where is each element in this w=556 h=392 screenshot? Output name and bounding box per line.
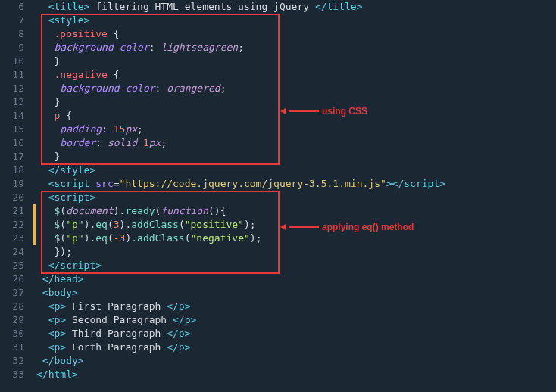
code-line[interactable]: 11 .negative { [0, 68, 556, 82]
line-number: 29 [0, 313, 36, 327]
code-line[interactable]: 27 <body> [0, 286, 556, 300]
code-content[interactable]: border: solid 1px; [36, 136, 167, 150]
code-content[interactable]: }); [36, 245, 72, 259]
code-content[interactable]: <p> Second Paragraph </p> [36, 313, 196, 327]
code-line[interactable]: 30 <p> Third Paragraph </p> [0, 327, 556, 341]
code-line[interactable]: 13 } [0, 95, 556, 109]
modified-indicator [33, 204, 36, 245]
code-line[interactable]: 19 <script src="https://code.jquery.com/… [0, 177, 556, 191]
code-editor[interactable]: 6 <title> filtering HTML elements using … [0, 0, 556, 381]
code-content[interactable]: <body> [36, 286, 78, 300]
code-line[interactable]: 23 $("p").eq(-3).addClass("negative"); [0, 232, 556, 245]
code-line[interactable]: 25 </script> [0, 259, 556, 272]
line-number: 21 [0, 204, 36, 218]
line-number: 19 [0, 177, 36, 191]
code-line[interactable]: 12 background-color: orangered; [0, 82, 556, 95]
line-number: 12 [0, 82, 36, 95]
line-number: 24 [0, 245, 36, 259]
code-line[interactable]: 8 .positive { [0, 27, 556, 41]
line-number: 13 [0, 95, 36, 109]
code-line[interactable]: 22 $("p").eq(3).addClass("positive"); [0, 218, 556, 232]
code-content[interactable]: background-color: orangered; [36, 82, 226, 95]
code-content[interactable]: </body> [36, 354, 84, 368]
line-number: 31 [0, 341, 36, 354]
line-number: 18 [0, 163, 36, 177]
code-line[interactable]: 33</html> [0, 368, 556, 381]
code-content[interactable]: </script> [36, 259, 102, 272]
line-number: 25 [0, 259, 36, 272]
code-line[interactable]: 21 $(document).ready(function(){ [0, 204, 556, 218]
code-content[interactable]: $("p").eq(3).addClass("positive"); [36, 218, 256, 232]
code-content[interactable]: } [36, 150, 60, 163]
annotation-arrow-css: using CSS [280, 104, 367, 118]
code-line[interactable]: 29 <p> Second Paragraph </p> [0, 313, 556, 327]
line-number: 11 [0, 68, 36, 82]
line-number: 28 [0, 300, 36, 313]
annotation-arrow-eq: applying eq() method [280, 220, 414, 234]
code-line[interactable]: 10 } [0, 54, 556, 68]
code-line[interactable]: 32 </body> [0, 354, 556, 368]
code-line[interactable]: 15 padding: 15px; [0, 123, 556, 136]
line-number: 6 [0, 0, 36, 14]
code-line[interactable]: 16 border: solid 1px; [0, 136, 556, 150]
line-number: 20 [0, 191, 36, 204]
code-content[interactable]: <title> filtering HTML elements using jQ… [36, 0, 363, 14]
line-number: 15 [0, 123, 36, 136]
line-number: 16 [0, 136, 36, 150]
annotation-label-css: using CSS [322, 104, 367, 118]
code-content[interactable]: <p> Forth Paragraph </p> [36, 341, 191, 354]
code-line[interactable]: 26 </head> [0, 272, 556, 286]
line-number: 14 [0, 109, 36, 123]
code-content[interactable]: p { [36, 109, 72, 123]
annotation-label-eq: applying eq() method [322, 220, 414, 234]
line-number: 32 [0, 354, 36, 368]
line-number: 30 [0, 327, 36, 341]
code-content[interactable]: <script> [36, 191, 95, 204]
code-line[interactable]: 7 <style> [0, 14, 556, 27]
line-number: 17 [0, 150, 36, 163]
code-line[interactable]: 18 </style> [0, 163, 556, 177]
line-number: 10 [0, 54, 36, 68]
code-content[interactable]: .positive { [36, 27, 120, 41]
code-content[interactable]: <script src="https://code.jquery.com/jqu… [36, 177, 445, 191]
line-number: 26 [0, 272, 36, 286]
code-line[interactable]: 24 }); [0, 245, 556, 259]
code-content[interactable]: } [36, 95, 60, 109]
code-content[interactable]: $("p").eq(-3).addClass("negative"); [36, 232, 261, 245]
line-number: 27 [0, 286, 36, 300]
code-content[interactable]: <p> First Paragraph </p> [36, 300, 191, 313]
line-number: 8 [0, 27, 36, 41]
line-number: 23 [0, 232, 36, 245]
code-content[interactable]: </style> [36, 163, 95, 177]
code-content[interactable]: $(document).ready(function(){ [36, 204, 226, 218]
code-content[interactable]: } [36, 54, 60, 68]
line-number: 7 [0, 14, 36, 27]
code-content[interactable]: <style> [36, 14, 89, 27]
code-content[interactable]: <p> Third Paragraph </p> [36, 327, 191, 341]
line-number: 22 [0, 218, 36, 232]
line-number: 9 [0, 41, 36, 54]
code-content[interactable]: padding: 15px; [36, 123, 143, 136]
code-line[interactable]: 17 } [0, 150, 556, 163]
code-line[interactable]: 28 <p> First Paragraph </p> [0, 300, 556, 313]
code-content[interactable]: </head> [36, 272, 84, 286]
code-line[interactable]: 20 <script> [0, 191, 556, 204]
code-content[interactable]: </html> [36, 368, 78, 381]
code-line[interactable]: 31 <p> Forth Paragraph </p> [0, 341, 556, 354]
code-line[interactable]: 6 <title> filtering HTML elements using … [0, 0, 556, 14]
code-line[interactable]: 14 p { [0, 109, 556, 123]
code-line[interactable]: 9 background-color: lightseagreen; [0, 41, 556, 54]
code-content[interactable]: background-color: lightseagreen; [36, 41, 244, 54]
code-content[interactable]: .negative { [36, 68, 120, 82]
line-number: 33 [0, 368, 36, 381]
